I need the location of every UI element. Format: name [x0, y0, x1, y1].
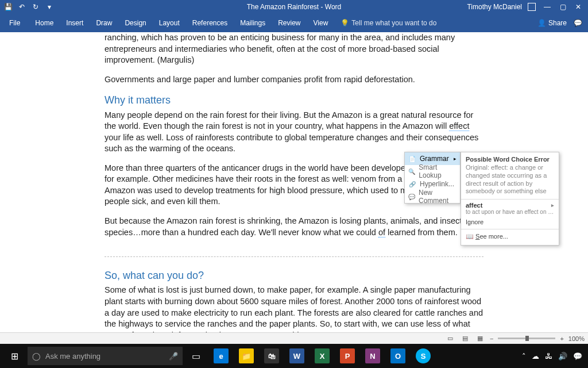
taskbar-app-store[interactable]: 🛍 [260, 344, 284, 368]
undo-icon[interactable]: ↶ [17, 3, 26, 11]
word-icon: W [289, 348, 304, 363]
tab-review[interactable]: Review [278, 19, 300, 27]
submenu-arrow-icon: ▸ [454, 156, 457, 162]
tell-me-box[interactable]: 💡 Tell me what you want to do [341, 19, 436, 27]
taskbar-app-outlook[interactable]: O [386, 344, 410, 368]
grammar-error-word[interactable]: of [378, 228, 385, 237]
tab-home[interactable]: Home [35, 19, 53, 27]
microphone-icon[interactable]: 🎤 [169, 352, 178, 361]
flyout-description: Original: effect: a change or changed st… [466, 164, 554, 195]
context-menu: 📄 Grammar ▸ 🔍 Smart Lookup 🔗 Hyperlink..… [404, 152, 461, 204]
tab-view[interactable]: View [314, 19, 328, 27]
taskbar-app-word[interactable]: W [285, 344, 309, 368]
quick-access-toolbar: 💾 ↶ ↻ ▾ [0, 3, 54, 11]
body-text: Many people depend on the rain forest fo… [105, 110, 483, 155]
status-bar: ▭ ▤ ▦ − + 100% [0, 332, 588, 344]
tray-expand-icon[interactable]: ˄ [522, 352, 526, 361]
excel-icon: X [315, 348, 330, 363]
body-text: Governments and large paper and lumber c… [105, 74, 483, 86]
grammar-icon: 📄 [408, 156, 416, 162]
maximize-icon[interactable]: ▢ [560, 3, 566, 11]
grammar-error-word[interactable]: effect [449, 121, 469, 131]
tab-references[interactable]: References [192, 19, 227, 27]
submenu-arrow-icon: ▸ [551, 202, 554, 208]
skype-icon: S [416, 348, 431, 363]
print-layout-icon[interactable]: ▤ [460, 335, 470, 342]
action-center-icon[interactable]: 💬 [573, 352, 582, 361]
redo-icon[interactable]: ↻ [31, 3, 40, 11]
page-break-indicator [105, 256, 483, 257]
volume-icon[interactable]: 🔊 [558, 352, 567, 361]
taskbar-app-skype[interactable]: S [411, 344, 435, 368]
edge-icon: e [214, 348, 229, 363]
web-layout-icon[interactable]: ▦ [475, 335, 485, 342]
read-mode-icon[interactable]: ▭ [445, 335, 455, 342]
tab-insert[interactable]: Insert [66, 19, 83, 27]
heading-so-what: So, what can you do? [105, 269, 483, 282]
link-icon: 🔗 [408, 181, 416, 187]
user-avatar-icon[interactable] [528, 3, 536, 11]
folder-icon: 📁 [239, 348, 254, 363]
menu-item-smart-lookup[interactable]: 🔍 Smart Lookup [405, 165, 460, 178]
heading-why: Why it matters [105, 93, 483, 107]
search-placeholder: Ask me anything [45, 352, 100, 361]
taskbar-app-explorer[interactable]: 📁 [234, 344, 258, 368]
customize-qat-icon[interactable]: ▾ [45, 3, 54, 11]
comments-icon[interactable]: 💬 [574, 19, 582, 27]
minimize-icon[interactable]: — [544, 3, 551, 11]
tab-mailings[interactable]: Mailings [240, 19, 265, 27]
bulb-icon: 💡 [341, 19, 349, 27]
tab-draw[interactable]: Draw [96, 19, 112, 27]
close-icon[interactable]: ✕ [575, 3, 581, 11]
taskbar-app-excel[interactable]: X [310, 344, 334, 368]
document-title: The Amazon Rainforest - Word [247, 3, 342, 11]
tell-me-text: Tell me what you want to do [351, 19, 436, 27]
body-text: But because the Amazon rain forest is sh… [105, 216, 483, 238]
body-text: ranching, which has proven to be an enti… [105, 32, 483, 66]
system-tray: ˄ ☁ 🖧 🔊 💬 [522, 352, 586, 361]
cortana-search[interactable]: ◯ Ask me anything 🎤 [28, 347, 183, 365]
start-button[interactable]: ⊞ [2, 344, 26, 368]
search-icon: 🔍 [408, 168, 415, 175]
menu-item-new-comment[interactable]: 💬 New Comment [405, 190, 460, 203]
comment-icon: 💬 [408, 194, 415, 200]
taskbar-app-powerpoint[interactable]: P [335, 344, 359, 368]
zoom-out-button[interactable]: − [490, 335, 493, 342]
grammar-flyout: Possible Word Choice Error Original: eff… [461, 152, 559, 246]
flyout-title: Possible Word Choice Error [466, 156, 554, 163]
save-icon[interactable]: 💾 [3, 3, 13, 11]
outlook-icon: O [390, 348, 405, 363]
document-area: ranching, which has proven to be an enti… [0, 32, 588, 344]
share-button[interactable]: 👤Share [537, 19, 567, 27]
ribbon-tabs: File Home Insert Draw Design Layout Refe… [0, 14, 588, 32]
network-icon[interactable]: 🖧 [545, 352, 552, 361]
share-icon: 👤 [537, 19, 546, 27]
store-icon: 🛍 [264, 348, 279, 363]
ignore-option[interactable]: Ignore [466, 217, 554, 227]
zoom-in-button[interactable]: + [560, 335, 563, 342]
suggestion-definition: to act upon or have an effect on so... [466, 209, 554, 215]
task-view-button[interactable]: ▭ [184, 344, 208, 368]
windows-taskbar: ⊞ ◯ Ask me anything 🎤 ▭ e 📁 🛍 W X P N O … [0, 344, 588, 368]
powerpoint-icon: P [340, 348, 355, 363]
see-more-option[interactable]: 📖 See more... [466, 232, 554, 241]
cortana-icon: ◯ [32, 352, 41, 361]
taskbar-app-onenote[interactable]: N [361, 344, 385, 368]
onedrive-icon[interactable]: ☁ [532, 352, 539, 361]
title-bar: 💾 ↶ ↻ ▾ The Amazon Rainforest - Word Tim… [0, 0, 588, 14]
tab-layout[interactable]: Layout [159, 19, 180, 27]
zoom-slider[interactable] [498, 338, 555, 339]
tab-design[interactable]: Design [125, 19, 146, 27]
taskbar-app-edge[interactable]: e [209, 344, 233, 368]
zoom-level[interactable]: 100% [568, 335, 585, 342]
tab-file[interactable]: File [7, 19, 22, 27]
suggestion-affect[interactable]: affect▸ [466, 202, 554, 209]
onenote-icon: N [365, 348, 380, 363]
user-name[interactable]: Timothy McDaniel [467, 3, 522, 11]
